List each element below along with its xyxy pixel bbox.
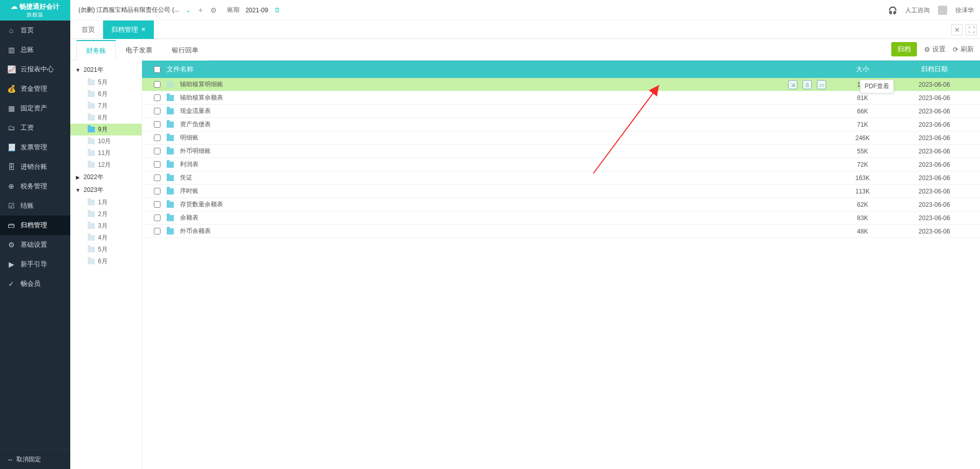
sub-tab-1[interactable]: 电子发票 [116,40,162,61]
tree-month-2-1[interactable]: 2月 [70,208,142,220]
headset-icon[interactable]: 🎧 [888,6,897,14]
file-row-4[interactable]: 明细账246K2023-06-06 [142,131,980,145]
settings-link[interactable]: ⚙ 设置 [924,45,946,54]
row-checkbox[interactable] [154,214,161,221]
file-name: 现金流量表 [180,107,211,115]
company-selector[interactable]: (勿删) 江西服宝精品有限责任公司 (... [78,6,179,14]
row-checkbox[interactable] [154,174,161,181]
sidebar-item-8[interactable]: ⊕税务管理 [0,177,70,196]
tree-month-0-7[interactable]: 12月 [70,159,142,171]
file-date: 2023-06-06 [896,228,973,235]
chevron-down-icon[interactable]: ⌄ [186,7,191,14]
nav-icon: ▥ [7,46,15,54]
file-row-2[interactable]: 现金流量表66K2023-06-06 [142,105,980,118]
tree-month-0-5[interactable]: 10月 [70,135,142,147]
close-all-tabs-button[interactable]: ✕ [951,24,963,35]
unpin-button[interactable]: ↔ 取消固定 [0,450,70,469]
file-row-3[interactable]: 资产负债表71K2023-06-06 [142,118,980,131]
row-checkbox[interactable] [154,134,161,141]
nav-label: 基础设置 [21,240,47,249]
tree-month-0-6[interactable]: 11月 [70,147,142,159]
row-checkbox[interactable] [154,108,161,114]
support-link[interactable]: 人工咨询 [905,6,930,15]
tree-month-2-5[interactable]: 6月 [70,256,142,267]
sidebar-item-4[interactable]: ▦固定资产 [0,99,70,118]
folder-icon [167,188,174,194]
file-date: 2023-06-06 [896,94,973,102]
sidebar-item-11[interactable]: ⚙基础设置 [0,235,70,255]
row-checkbox[interactable] [154,81,161,88]
tree-month-2-3[interactable]: 4月 [70,232,142,244]
sidebar-item-0[interactable]: ⌂首页 [0,21,70,40]
file-row-1[interactable]: 辅助核算余额表81K2023-06-06 [142,91,980,105]
nav-icon: 💰 [7,85,15,93]
file-size: 113K [829,188,896,195]
sidebar-item-12[interactable]: ▶新手引导 [0,255,70,274]
tree-month-0-3[interactable]: 8月 [70,112,142,124]
nav-icon: ▦ [7,104,15,112]
file-row-10[interactable]: 余额表83K2023-06-06 [142,211,980,225]
tab-close-icon[interactable]: ✕ [141,26,146,33]
file-row-5[interactable]: 外币明细账55K2023-06-06 [142,145,980,158]
tree-month-2-2[interactable]: 3月 [70,220,142,232]
nav-icon: 🗄 [7,163,15,171]
sub-tab-2[interactable]: 银行回单 [162,40,208,61]
file-row-9[interactable]: 存货数量余额表62K2023-06-06 [142,198,980,211]
row-checkbox[interactable] [154,188,161,194]
add-icon[interactable]: ＋ [197,6,204,15]
file-row-0[interactable]: 辅助核算明细账16K2023-06-06⇲⎙▭PDF查看 [142,78,980,91]
pdf-view-icon[interactable]: ▭ [817,80,826,89]
page-tab-0[interactable]: 首页 [73,21,103,39]
sidebar-item-6[interactable]: 🧾发票管理 [0,138,70,157]
tree-month-0-1[interactable]: 6月 [70,88,142,100]
sidebar-item-3[interactable]: 💰资金管理 [0,79,70,99]
row-checkbox[interactable] [154,228,161,234]
tree-year-2[interactable]: ▼2023年 [70,184,142,197]
file-row-7[interactable]: 凭证163K2023-06-06 [142,171,980,185]
row-checkbox[interactable] [154,121,161,128]
calendar-icon[interactable]: 🗓 [274,7,281,14]
fullscreen-button[interactable]: ⛶ [966,24,977,35]
folder-icon [88,259,95,264]
header-left: (勿删) 江西服宝精品有限责任公司 (... ⌄ ＋ ⚙ 账期 2021-09 … [70,6,281,15]
sidebar-item-5[interactable]: 🗂工资 [0,118,70,138]
row-checkbox[interactable] [154,161,161,168]
tree-month-2-0[interactable]: 1月 [70,197,142,208]
period-value[interactable]: 2021-09 [246,7,268,14]
row-checkbox[interactable] [154,94,161,101]
file-row-6[interactable]: 利润表72K2023-06-06 [142,158,980,171]
page-tab-1[interactable]: 归档管理✕ [103,21,154,39]
sub-tabs-row: 财务账电子发票银行回单 归档 ⚙ 设置 ⟳ 刷新 [70,39,980,61]
sidebar-item-13[interactable]: ✓畅会员 [0,274,70,294]
download-excel-icon[interactable]: ⇲ [788,80,797,89]
nav-label: 首页 [21,26,34,35]
folder-icon [167,215,174,221]
refresh-link[interactable]: ⟳ 刷新 [953,45,974,54]
tree-year-1[interactable]: ▶2022年 [70,171,142,184]
select-all-checkbox[interactable] [154,66,161,73]
sidebar-item-2[interactable]: 📈云报表中心 [0,60,70,79]
nav-label: 结账 [21,201,34,210]
nav-icon: ✓ [7,280,15,288]
row-checkbox[interactable] [154,201,161,208]
sidebar-item-10[interactable]: 🗃归档管理 [0,216,70,235]
download-pdf-icon[interactable]: ⎙ [803,80,812,89]
tree-month-0-4[interactable]: 9月 [70,124,142,135]
row-checkbox[interactable] [154,148,161,154]
company-settings-icon[interactable]: ⚙ [210,6,217,14]
sub-tab-0[interactable]: 财务账 [76,40,116,61]
sidebar-item-9[interactable]: ☑结账 [0,196,70,216]
archive-button[interactable]: 归档 [891,42,917,56]
avatar-icon[interactable] [938,6,947,15]
tree-month-0-0[interactable]: 5月 [70,76,142,88]
file-row-8[interactable]: 序时账113K2023-06-06 [142,185,980,198]
period-label: 账期 [227,6,239,14]
file-row-11[interactable]: 外币余额表48K2023-06-06 [142,225,980,238]
sidebar-item-1[interactable]: ▥总账 [0,40,70,60]
username[interactable]: 徐泽华 [955,6,974,15]
tree-month-2-4[interactable]: 5月 [70,244,142,256]
folder-icon [167,108,174,114]
tree-month-0-2[interactable]: 7月 [70,100,142,112]
tree-year-0[interactable]: ▼2021年 [70,64,142,76]
sidebar-item-7[interactable]: 🗄进销台账 [0,157,70,177]
